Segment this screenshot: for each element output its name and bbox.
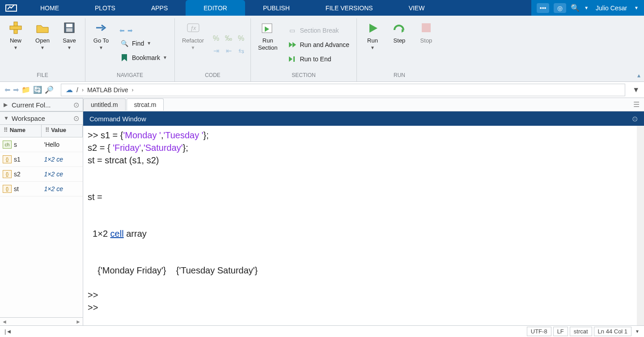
tab-plots[interactable]: PLOTS — [77, 0, 133, 16]
stop-icon — [418, 19, 435, 36]
wrap-comment-icon[interactable]: % — [236, 34, 246, 43]
run-section-button[interactable]: Run Section — [255, 18, 280, 71]
tab-home[interactable]: HOME — [22, 0, 77, 16]
command-window-scrollbar[interactable] — [637, 126, 644, 325]
svg-rect-4 — [66, 24, 72, 27]
editor-tab-strcat[interactable]: strcat.m — [127, 98, 164, 111]
run-section-label: Run Section — [258, 37, 277, 51]
dropdown-icon: ▼ — [67, 45, 72, 50]
run-label: Run — [367, 37, 378, 44]
smart-indent-icon[interactable]: ⇆ — [236, 46, 246, 56]
toolstrip-group-section: Run Section ▭ Section Break Run and Adva… — [251, 18, 357, 81]
matlab-logo-icon — [0, 0, 22, 16]
workspace-row[interactable]: chs'Hello — [0, 137, 83, 152]
arrow-right-icon — [93, 19, 110, 36]
workspace-header[interactable]: ▼ Workspace ⊙ — [0, 111, 83, 125]
status-encoding[interactable]: UTF-8 — [527, 327, 551, 336]
dropdown-icon: ▼ — [163, 55, 167, 60]
run-to-end-button[interactable]: Run to End — [284, 53, 352, 65]
chevron-right-icon[interactable]: › — [131, 87, 133, 93]
goto-button[interactable]: Go To ▼ — [90, 18, 112, 71]
stop-button[interactable]: Stop — [415, 18, 437, 71]
current-folder-header[interactable]: ▶ Current Fol... ⊙ — [0, 98, 83, 111]
group-label-code: CODE — [179, 71, 246, 80]
tab-apps[interactable]: APPS — [133, 0, 186, 16]
command-window-body[interactable]: >> s1 = {'Monday ','Tuesday '}; s2 = { '… — [83, 126, 644, 325]
refactor-label: Refactor — [182, 37, 204, 44]
tab-publish[interactable]: PUBLISH — [245, 0, 308, 16]
dropdown-icon: ▼ — [147, 41, 151, 46]
panel-close-icon[interactable]: ⊙ — [73, 114, 79, 123]
tab-editor[interactable]: EDITOR — [186, 0, 245, 16]
workspace-title: Workspace — [12, 115, 45, 122]
section-break-button[interactable]: ▭ Section Break — [284, 24, 352, 37]
user-name[interactable]: Julio Cesar — [593, 4, 630, 12]
collapse-toolstrip-icon[interactable]: ▴ — [637, 72, 640, 79]
panel-close-icon[interactable]: ⊙ — [632, 115, 638, 123]
workspace-row[interactable]: {}st1×2 ce — [0, 182, 83, 196]
left-scrollbar[interactable]: ◄► — [0, 317, 83, 325]
outdent-icon[interactable]: ⇤ — [224, 46, 233, 56]
tab-file-versions[interactable]: FILE VERSIONS — [308, 0, 391, 16]
toolstrip-group-file: New ▼ Open ▼ Save ▼ FILE — [0, 18, 85, 81]
goto-start-icon[interactable]: |◄ — [4, 328, 12, 335]
col-name[interactable]: ⠿ Name — [0, 125, 42, 137]
goto-label: Go To — [93, 37, 109, 44]
save-button[interactable]: Save ▼ — [58, 18, 80, 71]
find-button[interactable]: 🔍 Find ▼ — [117, 37, 170, 50]
cell-var-icon: {} — [3, 170, 12, 178]
bookmark-button[interactable]: Bookmark ▼ — [117, 51, 170, 64]
step-button[interactable]: Step — [388, 18, 411, 71]
workspace-row[interactable]: {}s21×2 ce — [0, 167, 83, 182]
dropdown-icon: ▼ — [370, 45, 375, 50]
address-path[interactable]: ☁ / › MATLAB Drive › — [61, 84, 625, 96]
editor-options-icon[interactable]: ☰ — [629, 100, 644, 109]
uncomment-icon[interactable]: ‰ — [224, 34, 233, 43]
indent-icon[interactable]: ⇥ — [211, 46, 221, 56]
browse-back-icon[interactable]: ⬅ — [4, 85, 10, 94]
search-icon[interactable]: 🔍 — [571, 4, 580, 12]
expand-down-icon: ▼ — [4, 115, 12, 121]
svg-rect-10 — [422, 23, 431, 32]
locate-icon[interactable]: 🔎 — [45, 85, 54, 94]
back-arrow-icon[interactable]: ⬅ — [119, 27, 125, 34]
tab-view[interactable]: VIEW — [391, 0, 443, 16]
refresh-icon[interactable]: 🔄 — [33, 85, 42, 94]
cell-link[interactable]: cell — [110, 229, 124, 239]
cell-var-icon: {} — [3, 155, 12, 163]
path-root[interactable]: / — [76, 86, 78, 94]
up-folder-icon[interactable]: 📁 — [21, 85, 30, 94]
top-tabs: HOME PLOTS APPS EDITOR PUBLISH FILE VERS… — [22, 0, 531, 16]
col-value[interactable]: ⠿ Value — [42, 125, 83, 137]
user-dropdown-icon[interactable]: ▼ — [634, 5, 639, 10]
new-button[interactable]: New ▼ — [4, 18, 27, 71]
editor-tab-untitled[interactable]: untitled.m — [83, 98, 126, 111]
search-dropdown-icon[interactable]: ▼ — [584, 5, 589, 10]
address-dropdown-icon[interactable]: ▼ — [628, 86, 644, 94]
status-function[interactable]: strcat — [570, 327, 592, 336]
chevron-right-icon[interactable]: › — [82, 87, 84, 93]
target-icon[interactable]: ◎ — [554, 3, 566, 13]
dropdown-icon: ▼ — [99, 45, 103, 50]
status-position[interactable]: Ln 44 Col 1 — [594, 327, 632, 336]
comment-icon[interactable]: % — [211, 34, 221, 43]
workspace-row[interactable]: {}s11×2 ce — [0, 152, 83, 167]
group-label-navigate: NAVIGATE — [90, 71, 170, 80]
refactor-button[interactable]: ƒx Refactor ▼ — [179, 18, 207, 71]
path-folder[interactable]: MATLAB Drive — [87, 86, 128, 94]
more-icon[interactable]: ••• — [537, 3, 549, 13]
browse-forward-icon[interactable]: ➡ — [13, 85, 19, 94]
status-dropdown-icon[interactable]: ▼ — [633, 329, 641, 334]
run-advance-button[interactable]: Run and Advance — [284, 38, 352, 51]
open-button[interactable]: Open ▼ — [31, 18, 54, 71]
fx-icon: ƒx — [185, 19, 202, 36]
step-icon — [391, 19, 408, 36]
panel-close-icon[interactable]: ⊙ — [73, 101, 79, 109]
run-button[interactable]: Run ▼ — [361, 18, 384, 71]
toolstrip: New ▼ Open ▼ Save ▼ FILE Go To ▼ — [0, 16, 644, 82]
status-lineend[interactable]: LF — [553, 327, 568, 336]
cloud-icon: ☁ — [66, 85, 73, 94]
forward-arrow-icon[interactable]: ➡ — [127, 27, 133, 34]
editor-tab-bar: untitled.m strcat.m ☰ — [83, 98, 644, 111]
magnifier-icon: 🔍 — [119, 38, 129, 48]
